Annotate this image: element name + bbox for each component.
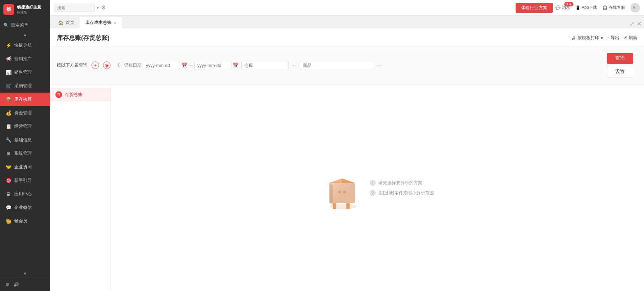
user-avatar[interactable]: Rit [630,3,640,13]
sidebar-scroll-up[interactable]: ▲ [0,31,50,39]
step2-label: 用[过滤]条件来缩小分析范围 [378,190,434,196]
sidebar-item-label: 应用中心 [14,191,32,197]
filter-label: 按以下方案查询 [57,62,88,68]
sidebar-item-label: 企业微信 [14,204,32,211]
home-icon: 🏠 [58,20,64,25]
sidebar-item-wechat[interactable]: 💬 企业微信 [0,201,50,214]
sidebar-item-apps[interactable]: 🖥 应用中心 [0,187,50,201]
sidebar-nav: ⚡ 快捷导航 📢 营销推广 📊 销售管理 🛒 采购管理 📦 库存核算 💰 资金管… [0,39,50,270]
topbar-app-download[interactable]: 📱 App下载 [575,5,597,10]
sidebar-item-label: 畅会员 [14,218,27,224]
empty-step1: 1 请先选择要分析的方案 [370,180,434,186]
sidebar-item-guide[interactable]: 🎯 新手引导 [0,174,50,187]
date-field-label: 记账日期 [124,62,142,68]
refresh-label: 刷新 [628,35,637,41]
apps-icon: 🖥 [5,191,11,197]
topbar-online-support[interactable]: 🎧 在线客服 [602,5,625,10]
empty-step2: 2 用[过滤]条件来缩小分析范围 [370,190,434,196]
topbar-messages[interactable]: 💬 消息 99+ [555,5,570,10]
sound-icon[interactable]: 🔊 [14,282,19,287]
goods-field: ··· [300,61,382,70]
scheme-item-icon: 存 [55,91,62,98]
scheme-item-label: 存货总账 [65,92,82,98]
marketing-icon: 📢 [5,56,11,62]
date-to-input[interactable] [194,61,231,70]
svg-point-6 [338,191,341,193]
topbar-chevron-icon[interactable]: ▾ [97,5,99,10]
query-button[interactable]: 查询 [607,53,633,64]
sidebar-item-sales[interactable]: 📊 销售管理 [0,66,50,79]
date-from-input[interactable] [143,61,180,70]
scheme-sidebar: 存 存货总账 [50,84,111,291]
tab-expand-icon[interactable]: ⤢ [630,21,634,27]
content-body: 存 存货总账 [50,84,644,291]
sidebar-item-member[interactable]: 👑 畅会员 [0,214,50,228]
warehouse-input[interactable] [241,61,289,70]
sidebar-search-label: 搜索菜单 [11,22,28,28]
tab-close-all-icon[interactable]: ✕ [637,21,641,27]
topbar-search-input[interactable] [54,4,95,12]
sidebar-item-label: 新手引导 [14,177,32,184]
empty-illustration [321,168,362,208]
trial-button[interactable]: 体验行业方案 [516,3,553,13]
scheme-item-inventory-ledger[interactable]: 存 存货总账 [50,88,110,101]
export-button[interactable]: ↑ 导出 [607,35,620,41]
calendar-from-icon[interactable]: 📅 [181,63,187,68]
wechat-icon: 💬 [5,205,11,210]
warehouse-more-icon[interactable]: ··· [290,62,297,68]
tab-inventory-ledger[interactable]: 库存成本总账 ✕ [80,17,122,28]
inventory-icon: 📦 [5,97,11,102]
empty-state: 1 请先选择要分析的方案 2 用[过滤]条件来缩小分析范围 [111,84,644,291]
warehouse-field: ··· [241,61,297,70]
sidebar-scroll-down[interactable]: ▼ [0,270,50,277]
guide-icon: 🎯 [5,178,11,183]
sidebar-item-marketing[interactable]: 📢 营销推广 [0,52,50,66]
goods-more-icon[interactable]: ··· [375,62,382,68]
app-logo-text: 畅捷通好生意 标准版 [17,4,41,15]
svg-rect-2 [329,183,355,203]
topbar-settings-icon[interactable]: ⚙ [101,4,106,11]
tab-inventory-ledger-label: 库存成本总账 [85,20,112,26]
sidebar-item-label: 经营管理 [14,123,32,129]
sidebar-item-label: 企业协同 [14,164,32,170]
step1-circle: 1 [370,180,376,186]
tab-close-icon[interactable]: ✕ [114,21,117,25]
cooperation-icon: 🤝 [5,164,11,170]
basic-icon: 🔧 [5,137,11,143]
sidebar-logo: 畅 畅捷通好生意 标准版 [0,0,50,19]
refresh-button[interactable]: ↺ 刷新 [623,35,637,41]
sidebar-item-shortcut[interactable]: ⚡ 快捷导航 [0,39,50,52]
filter-clear-button[interactable]: ◉ [103,62,110,69]
calendar-to-icon[interactable]: 📅 [233,63,239,68]
page-title: 库存总账(存货总账) [57,34,109,42]
topbar: ▾ ⚙ 体验行业方案 💬 消息 99+ 📱 App下载 🎧 在线客服 Rit [50,0,644,16]
settings-icon[interactable]: ⚙ [5,282,9,287]
sidebar-item-label: 系统管理 [14,150,32,156]
sidebar-item-basic[interactable]: 🔧 基础信息 [0,133,50,147]
sidebar-item-label: 销售管理 [14,69,32,75]
filter-add-button[interactable]: + [92,62,99,69]
sidebar-item-operations[interactable]: 📋 经营管理 [0,120,50,133]
phone-icon: 📱 [575,5,580,10]
print-template-button[interactable]: 🖨 按模板打印 ▾ [572,35,603,41]
message-icon: 💬 [555,5,561,10]
user-avatar-text: Rit [633,5,638,10]
print-icon: 🖨 [572,35,576,41]
tab-home[interactable]: 🏠 首页 [53,17,80,28]
refresh-icon: ↺ [623,35,627,41]
app-version: 标准版 [17,10,41,15]
sidebar-item-finance[interactable]: 💰 资金管理 [0,106,50,120]
sidebar-item-inventory[interactable]: 📦 库存核算 [0,93,50,106]
goods-input[interactable] [300,61,374,70]
sidebar-search[interactable]: 🔍 搜索菜单 [0,19,50,31]
filter-collapse-button[interactable]: 《 [115,62,120,69]
message-badge: 99+ [564,2,573,6]
svg-rect-5 [346,203,350,209]
topbar-right: 💬 消息 99+ 📱 App下载 🎧 在线客服 Rit [555,3,640,13]
sidebar-item-purchase[interactable]: 🛒 采购管理 [0,79,50,93]
settings-button[interactable]: 设置 [607,66,633,77]
sidebar-item-cooperation[interactable]: 🤝 企业协同 [0,160,50,174]
sidebar-item-system[interactable]: ⚙ 系统管理 [0,147,50,160]
export-icon: ↑ [607,35,610,41]
page-header: 库存总账(存货总账) 🖨 按模板打印 ▾ ↑ 导出 ↺ 刷新 [50,28,644,46]
